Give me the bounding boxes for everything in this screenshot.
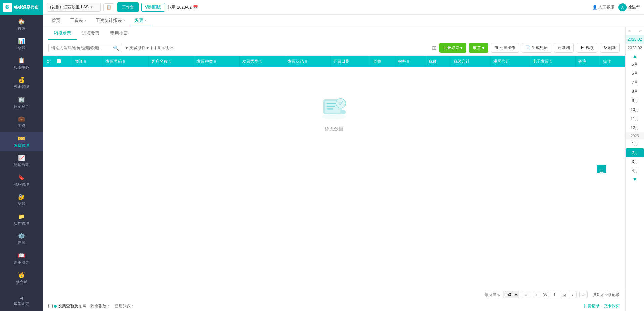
th-e_invoice[interactable]: 电子发票⇅: [530, 56, 576, 67]
prev-page-btn[interactable]: ‹: [533, 291, 540, 298]
sidebar-item-畅会员[interactable]: 👑 畅会员: [0, 268, 43, 288]
per-page-select[interactable]: 50: [503, 291, 519, 298]
copy-company-btn[interactable]: 📋: [103, 3, 114, 11]
generate-cert-btn[interactable]: 📄 生成凭证: [522, 43, 551, 53]
sidebar-item-进销台账[interactable]: 📈 进销台账: [0, 151, 43, 171]
right-panel-close-icon[interactable]: ✕: [628, 28, 632, 34]
show-detail-input[interactable]: [151, 46, 156, 50]
subtab-1[interactable]: 进项发票: [77, 28, 105, 40]
month-item-7[interactable]: 7月: [626, 78, 644, 87]
tab-首页[interactable]: 首页: [47, 15, 65, 26]
workbench-btn[interactable]: 工作台: [117, 2, 139, 12]
th-inv_status[interactable]: 发票状态⇅: [285, 56, 331, 67]
month-item-2023-1[interactable]: 1月: [626, 139, 644, 148]
month-item-12[interactable]: 12月: [626, 123, 644, 132]
invoice-verify-check[interactable]: 发票查验及拍照: [48, 303, 86, 309]
th-customer[interactable]: 客户名称⇅: [148, 56, 194, 67]
table-header-row: ⚙凭证⇅发票号码⇅客户名称⇅发票种类⇅发票类型⇅发票状态⇅开票日期金额税率⇅税额…: [43, 56, 625, 67]
topbar-right: 👤 人工客服 人 徐溢华: [592, 3, 640, 11]
page-input[interactable]: [548, 291, 561, 298]
sidebar-item-结账[interactable]: 🔐 结账: [0, 190, 43, 210]
no-ticket-btn[interactable]: 无叠取票 ▾: [439, 43, 466, 53]
main-area: (勿删）江西股宝-LSS ▼ 📋 工作台 切到旧版 账期 2023-02 📅 👤…: [43, 0, 644, 311]
sort-icon: ⇅: [549, 60, 552, 63]
sidebar-icon-2: 📋: [18, 57, 25, 64]
filter-icon: ▼: [125, 46, 129, 50]
sidebar-item-税务管理[interactable]: 🔖 税务管理: [0, 171, 43, 190]
empty-state: 暂无数据: [43, 67, 625, 159]
user-menu[interactable]: 人 徐溢华: [618, 3, 640, 11]
sidebar-item-总账[interactable]: 📊 总账: [0, 34, 43, 54]
month-item-8[interactable]: 8月: [626, 87, 644, 96]
invoice-verify-checkbox[interactable]: [48, 304, 53, 308]
company-selector[interactable]: (勿删）江西股宝-LSS ▼: [47, 3, 101, 12]
scroll-up-icon[interactable]: ▲: [626, 52, 644, 60]
subtab-2[interactable]: 费用小票: [105, 28, 133, 40]
sidebar-item-工资[interactable]: 💼 工资: [0, 112, 43, 132]
sidebar-label-8: 税务管理: [14, 182, 29, 187]
more-filter-btn[interactable]: ▼ 无叠取票 更多条件 ▾: [125, 45, 149, 51]
sidebar-item-报表中心[interactable]: 📋 报表中心: [0, 54, 43, 73]
date-year-2023-02-2[interactable]: 2023.02: [626, 44, 644, 52]
sidebar-item-归档管理[interactable]: 📁 归档管理: [0, 210, 43, 229]
show-detail-checkbox[interactable]: 显示明细: [151, 45, 173, 51]
switch-old-version-btn[interactable]: 切到旧版: [141, 3, 165, 12]
sidebar-item-资金管理[interactable]: 💰 资金管理: [0, 73, 43, 93]
settings-icon[interactable]: ⚙: [46, 59, 50, 64]
sidebar-item-发票管理[interactable]: 🎫 发票管理: [0, 132, 43, 151]
subtab-0[interactable]: 销项发票: [48, 28, 77, 40]
month-item-10[interactable]: 10月: [626, 105, 644, 114]
customer-service-btn[interactable]: 👤 人工客服: [592, 4, 614, 10]
month-item-2023-3[interactable]: 3月: [626, 157, 644, 166]
sidebar-unpin-btn[interactable]: ◀ 取消固定: [3, 294, 40, 308]
sidebar-icon-13: 👑: [18, 272, 25, 278]
tab-close-2[interactable]: ×: [123, 18, 125, 22]
th-tax_rate[interactable]: 税率⇅: [395, 56, 426, 67]
last-page-btn[interactable]: »: [579, 291, 588, 298]
first-page-btn[interactable]: «: [522, 291, 530, 298]
scroll-down-icon[interactable]: ▼: [626, 176, 644, 183]
search-input[interactable]: [51, 46, 112, 50]
th-cert[interactable]: 凭证⇅: [72, 56, 103, 67]
right-panel-expand-icon[interactable]: ⤢: [639, 29, 642, 33]
th-inv_category[interactable]: 发票类型⇅: [239, 56, 285, 67]
search-wrap[interactable]: 🔍: [48, 44, 122, 52]
deduction-record-link[interactable]: 扣费记录: [584, 303, 600, 309]
tab-工资统计报表[interactable]: 工资统计报表×: [91, 15, 130, 26]
select-all-checkbox[interactable]: [57, 59, 61, 63]
tab-工资表[interactable]: 工资表×: [65, 15, 91, 26]
batch-ops-btn[interactable]: ⊞ 批量操作: [491, 43, 519, 53]
sort-icon: ⇅: [168, 60, 171, 63]
refresh-btn[interactable]: ↻ 刷新: [600, 43, 620, 53]
sidebar-item-首页[interactable]: 🏠 首页: [0, 15, 43, 34]
ticket-btn[interactable]: 取票 ▾: [469, 43, 488, 53]
month-item-2023-4[interactable]: 4月: [626, 166, 644, 176]
tab-close-3[interactable]: ×: [145, 18, 147, 22]
month-item-2023-2[interactable]: 2月: [626, 148, 644, 157]
sidebar-icon-0: 🏠: [18, 18, 25, 25]
open-period-btn[interactable]: 开账日期: [597, 165, 606, 173]
th-invoice_no[interactable]: 发票号码⇅: [103, 56, 148, 67]
sort-icon: ⇅: [84, 60, 86, 63]
month-item-6[interactable]: 6月: [626, 69, 644, 78]
search-icon[interactable]: 🔍: [113, 45, 119, 51]
tab-发票[interactable]: 发票×: [130, 15, 151, 26]
buy-card-link[interactable]: 充卡购买: [604, 303, 620, 309]
month-item-9[interactable]: 9月: [626, 96, 644, 105]
month-item-5[interactable]: 5月: [626, 60, 644, 69]
sidebar-item-新手引导[interactable]: 📖 新手引导: [0, 249, 43, 268]
new-btn[interactable]: ⊕ 新增: [554, 43, 574, 53]
video-btn[interactable]: ▶ 视频: [577, 43, 597, 53]
grid-view-icon[interactable]: ⊞: [432, 45, 436, 51]
month-item-11[interactable]: 11月: [626, 114, 644, 123]
sidebar-label-5: 工资: [18, 123, 25, 128]
th-inv_type[interactable]: 发票种类⇅: [194, 56, 240, 67]
main-and-right: 销项发票进项发票费用小票 🔍 ▼ 无叠取票 更多条件 ▾: [43, 27, 644, 311]
date-year-2023-02-1[interactable]: 2023.02: [626, 35, 644, 44]
sidebar-icon-8: 🔖: [18, 174, 25, 181]
tab-close-1[interactable]: ×: [84, 18, 86, 22]
next-page-btn[interactable]: ›: [569, 291, 577, 298]
sidebar-item-固定资产[interactable]: 🏢 固定资产: [0, 93, 43, 112]
sidebar-logo: 畅 畅捷通易代账: [0, 0, 43, 15]
sidebar-item-设置[interactable]: ⚙️ 设置: [0, 229, 43, 249]
